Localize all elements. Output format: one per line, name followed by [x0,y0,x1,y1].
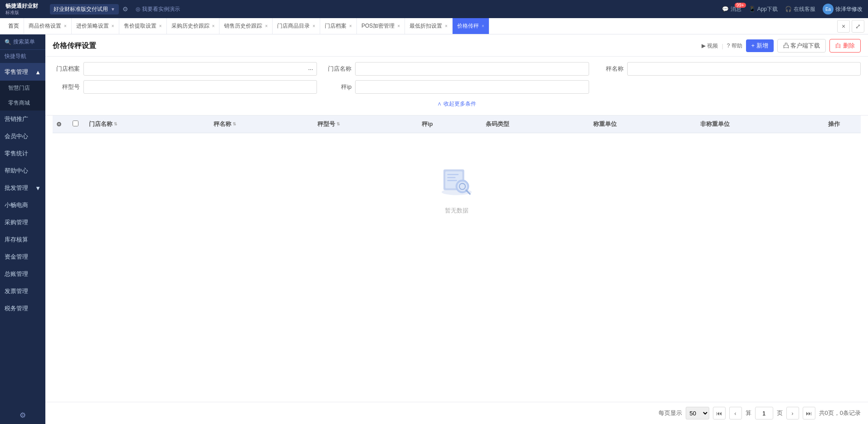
total-info: 共0页，0条记录 [819,409,861,417]
close-icon[interactable]: × [112,24,114,29]
tab-pos-manage[interactable]: POS加密管理 × [357,18,405,34]
online-service-label: 在线客服 [794,5,815,13]
message-badge: 99+ [735,3,746,8]
scale-ip-input[interactable] [355,80,589,94]
help-label: 帮助 [731,42,742,50]
sidebar-item-retail-mall[interactable]: 零售商城 [0,96,45,111]
label-scale-model: 秤型号 [53,83,80,91]
download-button[interactable]: 凸 客户端下载 [777,39,826,53]
sidebar-item-finance[interactable]: 资金管理 [0,248,45,265]
app-download-item[interactable]: 📱 App下载 [749,5,778,13]
select-all-checkbox[interactable] [73,120,78,126]
demo-button[interactable]: ◎ 我要看实例演示 [136,5,180,13]
close-icon[interactable]: × [445,24,448,29]
next-page-button[interactable]: › [786,407,799,419]
sidebar-item-tax[interactable]: 税务管理 [0,300,45,317]
logo-title: 畅捷通好业财 [5,3,46,10]
sidebar-item-general[interactable]: 总账管理 [0,265,45,283]
sort-icon: ⇅ [336,122,340,126]
sidebar-bottom: ⚙ [0,406,45,424]
close-icon[interactable]: × [349,24,352,29]
scale-model-input[interactable] [83,80,317,94]
close-icon[interactable]: × [64,24,67,29]
page-suffix: 页 [777,409,783,417]
sidebar-item-retail-stats[interactable]: 零售统计 [0,145,45,162]
svg-rect-9 [447,180,457,181]
form-item-store-file: 门店档案 ··· [53,62,317,76]
message-item[interactable]: 💬 消息 99+ [722,5,741,13]
sidebar-item-invoice[interactable]: 发票管理 [0,283,45,300]
prev-page-button[interactable]: ‹ [729,407,742,419]
video-link[interactable]: ▶ 视频 [702,42,718,50]
tab-min-discount[interactable]: 最低折扣设置 × [405,18,453,34]
th-scale-model: 秤型号 ⇅ [314,116,418,133]
collapse-bar[interactable]: ∧ 收起更多条件 [53,98,861,110]
close-icon[interactable]: × [312,24,315,29]
tab-store-file[interactable]: 门店档案 × [320,18,357,34]
sidebar-search[interactable]: 🔍 搜索菜单 [0,34,45,50]
delete-button[interactable]: 白 删除 [829,39,861,53]
form-item-scale-name: 秤名称 [596,62,861,76]
tab-bar: 首页 商品价格设置 × 进价策略设置 × 售价提取设置 × 采购历史价跟踪 × … [0,18,868,34]
store-name-input[interactable] [355,62,589,76]
first-page-button[interactable]: ⏮ [713,407,726,419]
tab-sale-extract[interactable]: 售价提取设置 × [119,18,167,34]
tab-store-catalog[interactable]: 门店商品目录 × [273,18,320,34]
store-file-input[interactable]: ··· [83,62,317,76]
close-icon[interactable]: × [265,24,268,29]
tab-purchase-history[interactable]: 采购历史价跟踪 × [167,18,220,34]
last-page-button[interactable]: ⏭ [803,407,815,419]
empty-illustration [434,160,479,201]
tab-purchase-strategy[interactable]: 进价策略设置 × [72,18,119,34]
sidebar-item-smart-store[interactable]: 智慧门店 [0,81,45,96]
sidebar-item-inventory[interactable]: 库存核算 [0,231,45,248]
sidebar-item-purchase[interactable]: 采购管理 [0,214,45,231]
chevron-up-icon: ▲ [35,69,41,76]
sidebar-item-wholesale[interactable]: 批发管理 ▼ [0,179,45,197]
svg-rect-8 [447,177,455,178]
add-button[interactable]: + 新增 [746,39,774,52]
help-link[interactable]: ? 帮助 [727,42,742,50]
settings-icon[interactable]: ⚙ [20,411,26,419]
close-icon[interactable]: × [482,24,484,29]
tab-close-button[interactable]: × [837,20,850,33]
page-actions: ▶ 视频 | ? 帮助 + 新增 凸 客户端下载 白 删除 [702,39,861,53]
scale-name-input[interactable] [627,62,861,76]
next-icon: › [791,410,793,417]
sidebar-item-label: 营销推广 [5,115,28,123]
gear-icon[interactable]: ⚙ [56,121,62,128]
chevron-down-icon: ▼ [111,7,115,12]
empty-state: 暂无数据 [53,133,861,242]
sidebar-item-xiaochang[interactable]: 小畅电商 [0,197,45,214]
tab-bar-controls: × ⤢ [837,20,868,33]
online-service-item[interactable]: 🎧 在线客服 [785,5,815,13]
page-input[interactable] [755,407,773,419]
sort-scale-model[interactable]: 秤型号 ⇅ [317,120,414,128]
tab-expand-button[interactable]: ⤢ [852,20,864,33]
content-area: 价格传秤设置 ▶ 视频 | ? 帮助 + 新增 凸 客户端下载 白 [45,34,868,424]
config-icon[interactable]: ⚙ [122,5,128,13]
user-item[interactable]: Ea 徐泽华修改 [823,4,863,14]
tab-price-settings[interactable]: 商品价格设置 × [24,18,72,34]
headset-icon: 🎧 [785,6,792,12]
top-right-area: 💬 消息 99+ 📱 App下载 🎧 在线客服 Ea 徐泽华修改 [722,4,863,14]
phone-icon: 📱 [749,6,756,12]
sidebar-item-marketing[interactable]: 营销推广 [0,111,45,128]
tab-home[interactable]: 首页 [4,18,24,34]
label-store-name: 门店名称 [324,65,351,73]
close-icon[interactable]: × [159,24,162,29]
sort-icon: ⇅ [114,122,117,126]
version-select[interactable]: 好业财标准版交付试用 ▼ [50,4,119,14]
page-size-select[interactable]: 20 50 100 [686,407,709,419]
sort-scale-name[interactable]: 秤名称 ⇅ [214,120,311,128]
sidebar-item-member[interactable]: 会员中心 [0,128,45,145]
tab-sale-history[interactable]: 销售历史价跟踪 × [219,18,273,34]
close-icon[interactable]: × [397,24,400,29]
sidebar-item-help[interactable]: 帮助中心 [0,162,45,179]
avatar-text: Ea [825,7,831,12]
sort-store-name[interactable]: 门店名称 ⇅ [89,120,206,128]
close-icon[interactable]: × [212,24,215,29]
tab-price-scale[interactable]: 价格传秤 × [453,18,489,34]
sidebar-item-retail[interactable]: 零售管理 ▲ [0,63,45,81]
sidebar-quick-nav[interactable]: 快捷导航 [0,50,45,63]
